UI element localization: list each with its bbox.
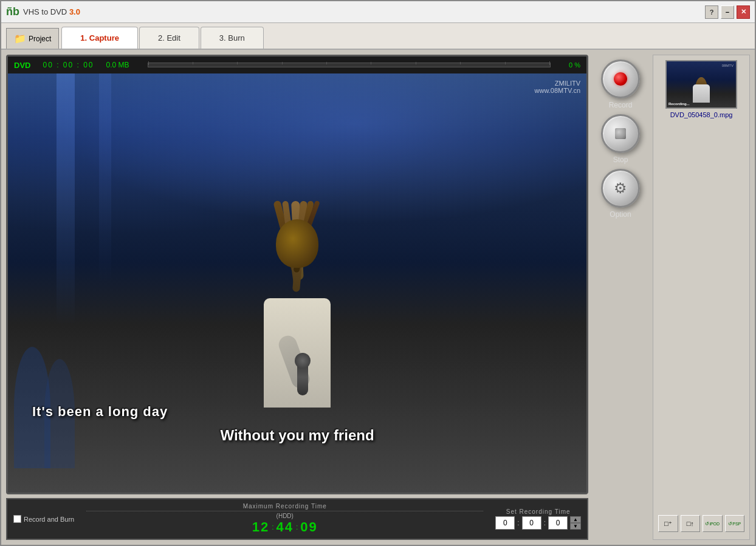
set-hours-input[interactable] bbox=[495, 516, 515, 530]
set-recording-time-label: Set Recording Time bbox=[506, 508, 571, 515]
status-progress-bar bbox=[148, 63, 551, 67]
max-time-hours: 12 bbox=[252, 519, 269, 535]
status-percent: 0 % bbox=[569, 61, 580, 69]
subtitle-line1: It's been a long day bbox=[32, 404, 168, 420]
gear-icon: ⚙ bbox=[614, 180, 627, 197]
stop-square-icon bbox=[615, 128, 626, 139]
stop-button[interactable] bbox=[601, 114, 640, 153]
tab-capture[interactable]: 1. Capture bbox=[61, 27, 138, 49]
record-button[interactable] bbox=[601, 60, 640, 98]
spinner-up-button[interactable]: ▲ bbox=[570, 516, 581, 523]
stop-group: Stop bbox=[601, 114, 640, 164]
minimize-button[interactable]: − bbox=[721, 5, 734, 19]
stop-label: Stop bbox=[613, 155, 628, 164]
app-logo-icon: ñb bbox=[6, 5, 19, 18]
right-controls: Record Stop ⚙ Option bbox=[593, 55, 648, 540]
status-time: 00 : 00 : 00 bbox=[43, 61, 94, 69]
main-window: ñb VHS to DVD 3.0 ? − ✕ 📁 Project 1. Cap… bbox=[0, 0, 756, 546]
time-spinner: ▲ ▼ bbox=[570, 516, 581, 530]
main-panel: DVD 00 : 00 : 00 0.0 MB bbox=[6, 55, 588, 540]
title-bar: ñb VHS to DVD 3.0 ? − ✕ bbox=[1, 1, 755, 23]
app-title: VHS to DVD 3.0 bbox=[23, 7, 80, 16]
video-watermark: ZMILITV www.08MTV.cn bbox=[535, 80, 580, 94]
bottom-controls: Record and Burn Maximum Recording Time (… bbox=[6, 498, 588, 540]
status-dvd-label: DVD bbox=[14, 61, 30, 70]
max-time-minutes: 44 bbox=[277, 519, 294, 535]
record-and-burn-label: Record and Burn bbox=[24, 516, 74, 523]
thumbnail-filename: DVD_050458_0.mpg bbox=[670, 111, 733, 118]
ipod-button[interactable]: ↺iPOD bbox=[703, 515, 723, 532]
psp-button[interactable]: ↺PSP bbox=[725, 515, 745, 532]
subtitle-line2: Without you my friend bbox=[220, 427, 374, 444]
option-label: Option bbox=[610, 210, 631, 219]
spinner-down-button[interactable]: ▼ bbox=[570, 523, 581, 530]
title-controls: ? − ✕ bbox=[705, 5, 750, 19]
player-status-bar: DVD 00 : 00 : 00 0.0 MB bbox=[8, 56, 586, 73]
sidebar-panel: 08MTV Recording... DVD_050458_0.mpg □⁺ □… bbox=[653, 55, 750, 540]
sidebar-actions: □⁺ □↑ ↺iPOD ↺PSP bbox=[658, 515, 744, 534]
folder-icon: 📁 bbox=[14, 33, 26, 44]
record-and-burn-checkbox[interactable] bbox=[13, 515, 21, 523]
option-button[interactable]: ⚙ bbox=[601, 169, 640, 208]
set-recording-time-section: Set Recording Time : : ▲ ▼ bbox=[495, 508, 581, 530]
thumbnail-image[interactable]: 08MTV Recording... bbox=[665, 60, 737, 109]
max-time-seconds: 09 bbox=[300, 519, 317, 535]
content-area: DVD 00 : 00 : 00 0.0 MB bbox=[1, 50, 755, 545]
record-group: Record bbox=[601, 60, 640, 109]
set-seconds-input[interactable] bbox=[548, 516, 568, 530]
title-left: ñb VHS to DVD 3.0 bbox=[6, 5, 80, 18]
thumb-watermark: 08MTV bbox=[722, 64, 734, 67]
video-frame: ZMILITV www.08MTV.cn It's been a long da… bbox=[8, 73, 586, 493]
max-recording-time-label: Maximum Recording Time bbox=[243, 503, 327, 510]
close-button[interactable]: ✕ bbox=[737, 5, 750, 19]
video-container: DVD 00 : 00 : 00 0.0 MB bbox=[6, 55, 588, 494]
record-label: Record bbox=[609, 101, 633, 109]
help-button[interactable]: ? bbox=[705, 5, 718, 19]
status-size: 0.0 MB bbox=[106, 61, 129, 69]
option-group: ⚙ Option bbox=[601, 169, 640, 219]
record-dot-icon bbox=[614, 72, 627, 86]
divider-dots bbox=[86, 511, 483, 511]
project-button[interactable]: 📁 Project bbox=[6, 28, 59, 49]
tab-bar: 📁 Project 1. Capture 2. Edit 3. Burn bbox=[1, 23, 755, 50]
time-inputs: : : ▲ ▼ bbox=[495, 516, 581, 530]
set-minutes-input[interactable] bbox=[522, 516, 541, 530]
video-display: ZMILITV www.08MTV.cn It's been a long da… bbox=[8, 73, 586, 493]
max-recording-time-section: Maximum Recording Time (HDD) 12 : 44 : 0… bbox=[86, 503, 483, 535]
export-button[interactable]: □↑ bbox=[681, 515, 701, 532]
record-and-burn-section: Record and Burn bbox=[13, 515, 74, 523]
tab-edit[interactable]: 2. Edit bbox=[139, 27, 199, 49]
tab-burn[interactable]: 3. Burn bbox=[201, 27, 264, 49]
hdd-label: (HDD) bbox=[277, 513, 294, 519]
new-capture-button[interactable]: □⁺ bbox=[658, 515, 678, 532]
thumbnail-item: 08MTV Recording... DVD_050458_0.mpg bbox=[658, 60, 744, 118]
